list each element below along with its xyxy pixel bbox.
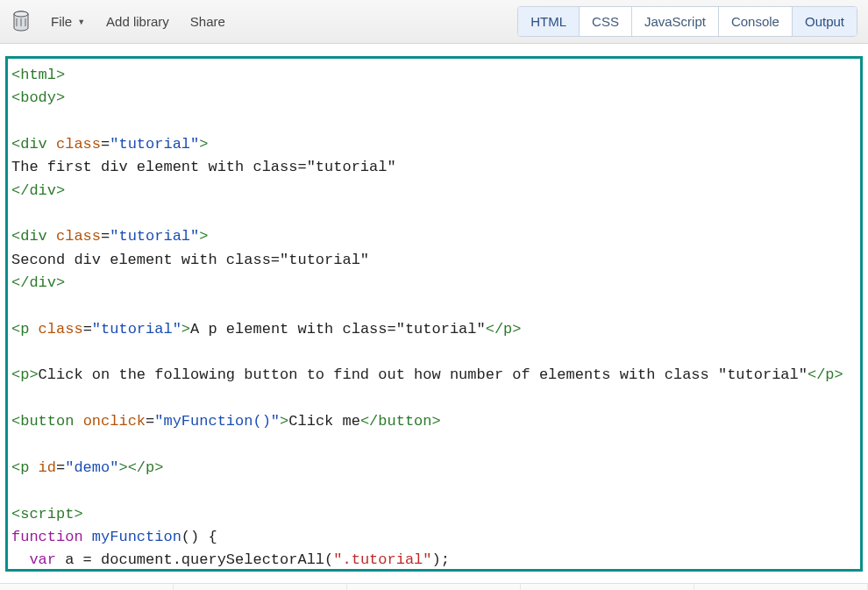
file-menu[interactable]: File ▼ [42, 9, 94, 34]
code-content[interactable]: <html> <body> <div class="tutorial"> The… [8, 59, 860, 572]
bottom-tab[interactable] [521, 583, 694, 590]
tab-output[interactable]: Output [793, 7, 857, 36]
code-editor[interactable]: <html> <body> <div class="tutorial"> The… [5, 56, 863, 572]
top-toolbar: File ▼ Add library Share HTML CSS JavaSc… [0, 0, 868, 44]
share-button[interactable]: Share [181, 9, 234, 34]
chevron-down-icon: ▼ [77, 18, 85, 26]
bottom-tab-strip [0, 583, 868, 590]
svg-point-1 [14, 11, 28, 17]
bottom-tab[interactable] [694, 583, 868, 590]
file-menu-label: File [51, 14, 72, 29]
tab-html[interactable]: HTML [518, 7, 580, 36]
jsbin-logo-icon[interactable] [11, 10, 32, 34]
add-library-button[interactable]: Add library [97, 9, 178, 34]
bottom-tab[interactable] [0, 583, 174, 590]
tab-javascript[interactable]: JavaScript [632, 7, 719, 36]
tab-console[interactable]: Console [719, 7, 793, 36]
tab-css[interactable]: CSS [580, 7, 632, 36]
panel-tabs: HTML CSS JavaScript Console Output [517, 6, 857, 37]
bottom-tab[interactable] [174, 583, 347, 590]
bottom-tab[interactable] [347, 583, 521, 590]
